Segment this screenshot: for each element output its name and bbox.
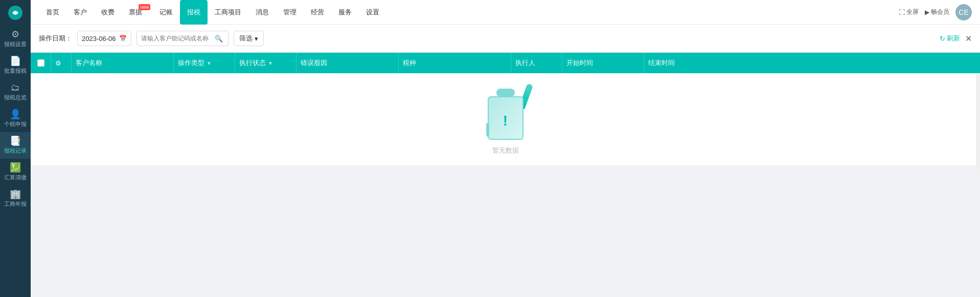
avatar[interactable]: CE	[955, 4, 972, 20]
empty-illustration: !	[480, 83, 531, 140]
th-op-type[interactable]: 操作类型 ▼	[174, 53, 235, 73]
personal-tax-icon: 👤	[10, 110, 21, 119]
table-container: ⚙ 客户名称 操作类型 ▼ 执行状态 ▼ 错误股因	[31, 53, 980, 297]
nav-message[interactable]: 消息	[248, 0, 276, 25]
settings-icon: ⚙	[55, 59, 61, 67]
sidebar: ⚙ 报税设置 📄 批量报税 🗂 报税总览 👤 个税申报 📑 报税记录 💹 汇算清…	[0, 0, 31, 297]
search-input[interactable]	[141, 35, 213, 42]
nav-client[interactable]: 客户	[66, 0, 94, 25]
tax-settings-icon: ⚙	[11, 30, 19, 39]
annual-report-icon: 🏢	[10, 189, 21, 199]
sidebar-item-tax-records[interactable]: 📑 报税记录	[0, 132, 31, 159]
invoice-badge: new	[139, 4, 150, 11]
search-box[interactable]: 🔍	[136, 31, 229, 46]
th-tax-type: 税种	[399, 53, 511, 73]
page-content: 操作日期： 2023-06-06 📅 🔍 筛选 ▾ ↻ 刷新 ✕	[31, 25, 980, 297]
table-body-empty: ! 暂无数据	[31, 73, 980, 165]
th-settings[interactable]: ⚙	[51, 53, 72, 73]
svg-marker-2	[486, 134, 489, 137]
empty-text: 暂无数据	[492, 146, 519, 155]
settlement-icon: 💹	[10, 163, 21, 172]
nav-invoice[interactable]: 票据 new	[122, 0, 152, 25]
nav-home[interactable]: 首页	[39, 0, 66, 25]
calendar-icon: 📅	[119, 35, 127, 42]
search-icon: 🔍	[215, 35, 223, 43]
sidebar-item-batch-tax[interactable]: 📄 批量报税	[0, 52, 31, 79]
date-picker[interactable]: 2023-06-06 📅	[77, 31, 131, 46]
th-end-time: 结束时间	[644, 53, 711, 73]
nav-business[interactable]: 工商项目	[208, 0, 248, 25]
toolbar-right: ↻ 刷新 ✕	[940, 34, 972, 44]
sidebar-logo	[0, 0, 31, 26]
sidebar-item-tax-settings[interactable]: ⚙ 报税设置	[0, 26, 31, 52]
th-exec-status[interactable]: 执行状态 ▼	[235, 53, 297, 73]
th-checkbox[interactable]	[31, 53, 51, 73]
fullscreen-icon: ⛶	[899, 9, 905, 16]
table-header: ⚙ 客户名称 操作类型 ▼ 执行状态 ▼ 错误股因	[31, 53, 980, 73]
refresh-button[interactable]: ↻ 刷新	[940, 34, 960, 43]
th-error-reason: 错误股因	[297, 53, 399, 73]
th-start-time: 开始时间	[562, 53, 644, 73]
nav-tax-report[interactable]: 报税	[180, 0, 208, 25]
svg-rect-1	[486, 123, 489, 134]
exec-status-sort-icon: ▼	[268, 60, 273, 66]
clipboard-body: !	[488, 96, 523, 140]
nav-operation[interactable]: 经营	[304, 0, 331, 25]
select-all-checkbox[interactable]	[37, 59, 44, 67]
nav-service[interactable]: 服务	[331, 0, 359, 25]
sidebar-item-annual-report[interactable]: 🏢 工商年报	[0, 185, 31, 212]
th-client-name: 客户名称	[72, 53, 174, 73]
clipboard-top	[496, 89, 515, 97]
tax-overview-icon: 🗂	[11, 83, 20, 92]
filter-button[interactable]: 筛选 ▾	[234, 31, 264, 46]
chevron-down-icon: ▾	[255, 35, 258, 43]
empty-state: ! 暂无数据	[480, 83, 531, 155]
topnav-right: ⛶ 全屏 ▶ 畅会员 CE	[899, 4, 972, 20]
member-button[interactable]: ▶ 畅会员	[925, 8, 949, 16]
op-type-sort-icon: ▼	[207, 60, 212, 66]
data-table: ⚙ 客户名称 操作类型 ▼ 执行状态 ▼ 错误股因	[31, 53, 980, 165]
batch-tax-icon: 📄	[10, 56, 21, 66]
sidebar-item-settlement[interactable]: 💹 汇算清缴	[0, 159, 31, 185]
toolbar: 操作日期： 2023-06-06 📅 🔍 筛选 ▾ ↻ 刷新 ✕	[31, 25, 980, 53]
sidebar-item-tax-overview[interactable]: 🗂 报税总览	[0, 79, 31, 105]
refresh-icon: ↻	[940, 35, 945, 43]
member-icon: ▶	[925, 9, 929, 16]
main-area: 首页 客户 收费 票据 new 记账 报税 工商项目 消息 管理 经营	[31, 0, 980, 297]
top-navigation: 首页 客户 收费 票据 new 记账 报税 工商项目 消息 管理 经营	[31, 0, 980, 25]
nav-billing[interactable]: 收费	[94, 0, 122, 25]
sidebar-item-personal-tax[interactable]: 👤 个税申报	[0, 105, 31, 132]
nav-bookkeeping[interactable]: 记账	[152, 0, 180, 25]
nav-manage[interactable]: 管理	[276, 0, 304, 25]
date-label: 操作日期：	[39, 34, 72, 43]
th-executor: 执行人	[511, 53, 562, 73]
close-button[interactable]: ✕	[965, 34, 972, 44]
nav-settings[interactable]: 设置	[359, 0, 386, 25]
fullscreen-button[interactable]: ⛶ 全屏	[899, 8, 919, 16]
scrollbar-track[interactable]	[976, 73, 980, 176]
tax-records-icon: 📑	[10, 136, 21, 145]
exclamation-mark: !	[503, 113, 508, 129]
